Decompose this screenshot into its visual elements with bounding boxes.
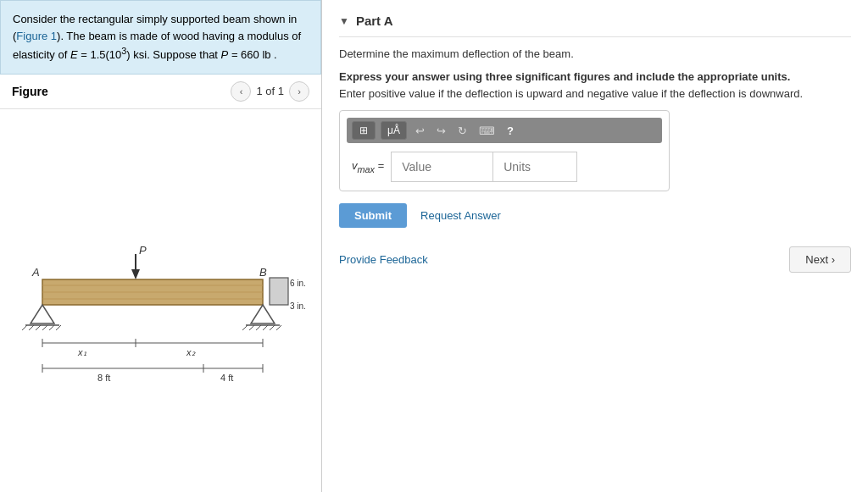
feedback-row: Provide Feedback Next › [339, 246, 851, 273]
value-input[interactable] [391, 152, 492, 182]
instructions: Express your answer using three signific… [339, 69, 851, 102]
prev-figure-button[interactable]: ‹ [231, 81, 251, 102]
svg-marker-13 [251, 305, 275, 323]
mu-button[interactable]: μÅ [381, 121, 407, 140]
svg-text:8 ft: 8 ft [97, 373, 110, 383]
svg-line-20 [276, 325, 281, 330]
svg-text:x₁: x₁ [77, 347, 86, 357]
next-figure-button[interactable]: › [289, 81, 309, 102]
svg-line-10 [49, 325, 54, 330]
left-panel: Consider the rectangular simply supporte… [0, 0, 322, 492]
svg-line-18 [263, 325, 268, 330]
action-row: Submit Request Answer [339, 203, 851, 228]
svg-text:P: P [139, 244, 147, 257]
svg-line-7 [29, 325, 34, 330]
svg-marker-4 [31, 305, 54, 323]
svg-line-17 [256, 325, 261, 330]
undo-icon[interactable]: ↩ [412, 123, 428, 139]
svg-text:4 ft: 4 ft [220, 373, 233, 383]
units-input[interactable] [492, 152, 577, 182]
part-header: ▼ Part A [339, 14, 851, 37]
svg-line-19 [270, 325, 275, 330]
svg-rect-25 [270, 278, 288, 305]
redo-icon[interactable]: ↪ [433, 123, 449, 139]
beam-diagram: A B P 6 in. 3 in. [17, 212, 305, 390]
right-panel: ▼ Part A Determine the maximum deflectio… [322, 0, 868, 492]
problem-text: Consider the rectangular simply supporte… [13, 13, 301, 61]
vmax-label: vmax = [352, 159, 384, 174]
page-indicator: 1 of 1 [256, 85, 284, 97]
svg-line-15 [242, 325, 248, 330]
svg-line-16 [249, 325, 254, 330]
collapse-arrow[interactable]: ▼ [339, 15, 349, 27]
help-icon[interactable]: ? [504, 123, 517, 139]
request-answer-link[interactable]: Request Answer [420, 209, 501, 222]
figure-link[interactable]: Figure 1 [16, 30, 57, 42]
svg-text:6 in.: 6 in. [290, 279, 305, 288]
keyboard-icon[interactable]: ⌨ [476, 123, 498, 139]
svg-text:x₂: x₂ [186, 347, 196, 357]
provide-feedback-link[interactable]: Provide Feedback [339, 253, 428, 266]
answer-box: ⊞ μÅ ↩ ↪ ↻ ⌨ ? vmax = [339, 110, 670, 191]
problem-statement: Consider the rectangular simply supporte… [0, 0, 321, 75]
answer-input-row: vmax = [347, 150, 662, 184]
figure-title: Figure [12, 85, 48, 98]
figure-nav: ‹ 1 of 1 › [231, 81, 309, 102]
part-label: Part A [356, 14, 393, 28]
figure-header: Figure ‹ 1 of 1 › [0, 75, 321, 109]
svg-line-8 [36, 325, 41, 330]
figure-area: A B P 6 in. 3 in. [0, 109, 321, 492]
grid-button[interactable]: ⊞ [352, 121, 376, 140]
part-content: Determine the maximum deflection of the … [339, 47, 851, 273]
svg-text:A: A [31, 266, 40, 279]
next-button[interactable]: Next › [789, 246, 851, 273]
submit-button[interactable]: Submit [339, 203, 407, 228]
svg-line-11 [56, 325, 61, 330]
question-text: Determine the maximum deflection of the … [339, 47, 851, 60]
answer-toolbar: ⊞ μÅ ↩ ↪ ↻ ⌨ ? [347, 118, 662, 143]
svg-text:B: B [259, 266, 267, 279]
svg-line-6 [22, 325, 27, 330]
svg-text:3 in.: 3 in. [290, 301, 305, 311]
svg-line-9 [42, 325, 47, 330]
refresh-icon[interactable]: ↻ [454, 123, 470, 139]
svg-marker-23 [131, 269, 140, 279]
